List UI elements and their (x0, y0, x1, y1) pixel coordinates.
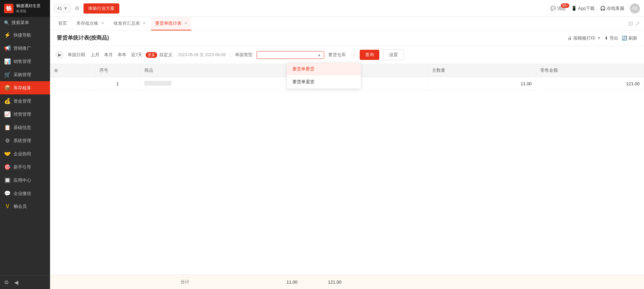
dropdown-item-order-goods[interactable]: 要货单要货 (287, 63, 361, 75)
type-dropdown-arrow[interactable]: ▲ (317, 52, 321, 57)
sidebar-search[interactable]: 🔍 搜索菜单 (0, 17, 50, 28)
apps-icon: 🔲 (4, 177, 11, 183)
print-dropdown-icon: ▼ (597, 36, 601, 41)
cell-num: 1 (95, 77, 140, 90)
date-range-text: 2023-05-06 至 2023-06-06 (178, 52, 225, 57)
service-icon: 🎧 (600, 6, 605, 11)
sidebar-item-label: 新手引导 (14, 164, 31, 170)
tab-order-stats-close[interactable]: ✕ (184, 21, 187, 25)
sidebar-item-label: 企业微信 (14, 191, 31, 197)
message-icon: 💬 (550, 6, 556, 11)
sidebar-item-label: 资金管理 (14, 98, 31, 104)
tabbar: 首页 库存批次账 ✕ 收发存汇总表 ✕ 要货单统计表 ✕ ⊡ ⤢ (50, 17, 644, 30)
sidebar-item-basics[interactable]: 📋 基础信息 (0, 121, 50, 134)
dropdown-item-order-return[interactable]: 要货单退货 (287, 75, 361, 88)
export-button[interactable]: ⬇ 导出 (604, 35, 618, 41)
sidebar-item-beginner[interactable]: 🎯 新手引导 (0, 160, 50, 174)
sidebar-item-apps[interactable]: 🔲 应用中心 (0, 174, 50, 187)
sidebar-item-label: 库存核算 (14, 85, 31, 91)
type-dropdown-menu: 要货单要货 要货单退货 (287, 62, 361, 89)
date-last-7-days[interactable]: 近7天 (130, 51, 144, 59)
sidebar-item-enterprise[interactable]: 🤝 企业协同 (0, 147, 50, 160)
refresh-label: 刷新 (628, 35, 637, 41)
th-gear[interactable]: ⚙ (50, 64, 95, 77)
sidebar-item-sales[interactable]: 📊 销售管理 (0, 55, 50, 68)
tab-order-stats[interactable]: 要货单统计表 ✕ (151, 17, 191, 30)
query-button[interactable]: 查询 (360, 50, 379, 60)
topbar-number-selector[interactable]: 41 ▼ (54, 4, 71, 13)
sidebar-item-marketing[interactable]: 📢 营销推广 (0, 42, 50, 55)
page-header: 要货单统计表(按商品) 🖨 按模板打印 ▼ ⬇ 导出 🔄 刷新 (50, 30, 644, 46)
export-label: 导出 (610, 35, 618, 41)
tab-window-controls: ⊡ ⤢ (628, 20, 640, 27)
sidebar-settings-icon[interactable]: ⚙ (4, 279, 9, 286)
refresh-icon: 🔄 (622, 36, 627, 41)
number-value: 41 (57, 6, 62, 11)
sidebar-item-label: 营销推广 (14, 45, 31, 51)
sidebar-item-purchase[interactable]: 🛒 采购管理 (0, 68, 50, 81)
date-filter-label: 单据日期 (68, 52, 85, 58)
date-more-button[interactable]: 更多 (146, 52, 157, 58)
enterprise-icon: 🤝 (4, 151, 11, 157)
sidebar-collapse-icon[interactable]: ◀ (14, 279, 18, 286)
summary-amount: 121.00 (301, 280, 341, 285)
finance-icon: 💰 (4, 98, 11, 104)
summary-label: 合计 (181, 279, 257, 285)
refresh-button[interactable]: 🔄 刷新 (622, 35, 637, 41)
settings-button[interactable]: 设置 (383, 49, 404, 60)
sidebar-item-quick-nav[interactable]: ⚡ 快捷导航 (0, 28, 50, 42)
search-icon: 🔍 (4, 20, 9, 25)
tab-restore-icon[interactable]: ⊡ (628, 20, 633, 27)
sidebar-item-system[interactable]: ⚙ 系统管理 (0, 134, 50, 147)
logo-icon: 畅 (4, 4, 14, 13)
sidebar-item-label: 经营管理 (14, 111, 31, 117)
sidebar-item-label: 畅会员 (14, 203, 27, 209)
tab-home[interactable]: 首页 (54, 17, 71, 30)
tab-expand-icon[interactable]: ⤢ (636, 20, 640, 27)
trial-button[interactable]: 体验行业方案 (84, 3, 119, 14)
tab-receive-summary[interactable]: 收发存汇总表 ✕ (110, 17, 150, 30)
sidebar-item-weixin[interactable]: 💬 企业微信 (0, 187, 50, 200)
tab-receive-summary-close[interactable]: ✕ (143, 21, 146, 25)
page-header-actions: 🖨 按模板打印 ▼ ⬇ 导出 🔄 刷新 (568, 35, 637, 41)
print-button[interactable]: 🖨 按模板打印 ▼ (568, 35, 601, 41)
type-filter-input[interactable]: ▲ (257, 51, 324, 59)
th-num: 序号 (95, 64, 140, 77)
sidebar: 畅 畅捷通好生意 标准版 🔍 搜索菜单 ⚡ 快捷导航 📢 营销推广 📊 销售管理… (0, 0, 50, 289)
cell-qty: 11.00 (428, 77, 536, 90)
topbar-online-service[interactable]: 🎧 在线客服 (600, 5, 624, 12)
tab-batch-inventory-close[interactable]: ✕ (101, 21, 104, 25)
date-custom-button[interactable]: 自定义 (159, 52, 172, 58)
weixin-icon: 💬 (4, 190, 11, 197)
cell-gear (50, 77, 95, 90)
date-this-year[interactable]: 本年 (116, 51, 128, 59)
sales-icon: 📊 (4, 58, 11, 65)
topbar-messages[interactable]: 💬 消息 99+ (550, 5, 566, 12)
date-range-display: 2023-05-06 至 2023-06-06 (176, 52, 225, 58)
filter-expand-button[interactable]: ▶ (55, 51, 64, 59)
app-icon: 📱 (571, 6, 577, 11)
number-dropdown-icon: ▼ (63, 6, 68, 11)
type-input-field[interactable] (260, 52, 317, 58)
sidebar-item-finance[interactable]: 💰 资金管理 (0, 94, 50, 108)
beginner-icon: 🎯 (4, 164, 11, 170)
summary-qty: 11.00 (257, 280, 297, 285)
sidebar-item-inventory[interactable]: 📦 库存核算 (0, 81, 50, 94)
topbar-gear-icon[interactable]: ⚙ (75, 5, 79, 12)
sidebar-item-vip[interactable]: V 畅会员 (0, 200, 50, 213)
tab-batch-inventory[interactable]: 库存批次账 ✕ (72, 17, 108, 30)
cell-amount: 121.00 (536, 77, 644, 90)
date-this-month[interactable]: 本月 (103, 51, 114, 59)
date-last-month[interactable]: 上月 (89, 51, 101, 59)
print-icon: 🖨 (568, 36, 572, 41)
type-filter-label: 单据类型 (235, 52, 253, 58)
service-label: 在线客服 (607, 5, 624, 12)
topbar-avatar[interactable]: Rit (630, 3, 640, 14)
sidebar-item-operations[interactable]: 📈 经营管理 (0, 108, 50, 121)
product-placeholder (144, 81, 171, 86)
sidebar-item-label: 快捷导航 (14, 32, 31, 38)
table-wrap: ⚙ 序号 商品 主计量单位 主数量 零售金额 1 (50, 64, 644, 274)
topbar: 41 ▼ ⚙ 体验行业方案 💬 消息 99+ 📱 App下载 🎧 在线客服 Ri… (50, 0, 644, 17)
warehouse-filter-dots[interactable]: ··· (351, 52, 356, 58)
topbar-app-download[interactable]: 📱 App下载 (571, 5, 595, 12)
